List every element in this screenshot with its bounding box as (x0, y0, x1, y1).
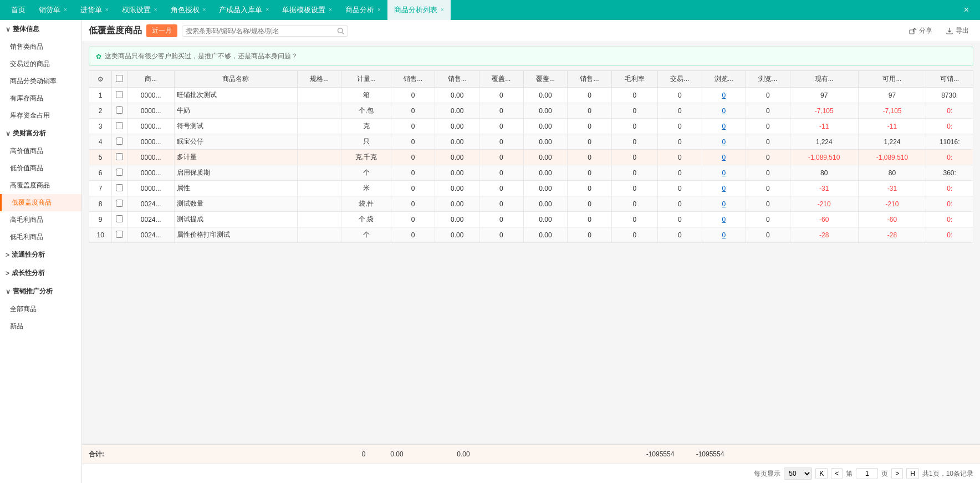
sidebar-item-high-coverage[interactable]: 高覆盖度商品 (0, 177, 81, 194)
nav-permissions[interactable]: 权限设置 × (115, 0, 164, 20)
row-checkbox[interactable] (112, 134, 127, 150)
row-browse1[interactable]: 0 (702, 88, 746, 103)
col-spec[interactable]: 规格... (297, 71, 341, 88)
col-browse2[interactable]: 浏览... (746, 71, 790, 88)
nav-purchase-order[interactable]: 进货单 × (74, 0, 115, 20)
nav-close-icon[interactable]: × (154, 0, 157, 20)
row-checkbox[interactable] (112, 181, 127, 196)
nav-template-settings[interactable]: 单据模板设置 × (275, 0, 339, 20)
sidebar-section-marketing[interactable]: ∨ 营销推广分析 (0, 282, 81, 301)
row-saleable: 0: (926, 119, 973, 134)
col-trade[interactable]: 交易... (658, 71, 702, 88)
last-page-button[interactable]: H (906, 468, 919, 479)
page-size-select[interactable]: 50 10 20 100 (784, 467, 812, 480)
col-code[interactable]: 商... (127, 71, 175, 88)
window-close-button[interactable]: × (957, 5, 976, 15)
col-sales3[interactable]: 销售... (568, 71, 612, 88)
row-browse1[interactable]: 0 (702, 119, 746, 134)
sidebar-item-high-margin[interactable]: 高毛利商品 (0, 211, 81, 228)
nav-close-icon[interactable]: × (105, 0, 109, 20)
prev-page-button[interactable]: < (831, 468, 843, 479)
next-page-button[interactable]: > (891, 468, 903, 479)
first-page-button[interactable]: K (815, 468, 828, 479)
col-browse1[interactable]: 浏览... (702, 71, 746, 88)
col-gross-margin[interactable]: 毛利率 (611, 71, 657, 88)
nav-sales-order[interactable]: 销货单 × (32, 0, 74, 20)
row-current-stock: -1,089,510 (790, 150, 858, 165)
sidebar-item-stocked-goods[interactable]: 有库存商品 (0, 90, 81, 107)
col-name[interactable]: 商品名称 (174, 71, 297, 88)
row-select-checkbox[interactable] (116, 184, 123, 191)
row-checkbox[interactable] (112, 88, 127, 103)
nav-close-icon[interactable]: × (329, 0, 332, 20)
sidebar-item-traded-goods[interactable]: 交易过的商品 (0, 55, 81, 73)
col-settings[interactable]: ⚙ (89, 71, 112, 88)
row-checkbox[interactable] (112, 150, 127, 165)
select-all-checkbox[interactable] (116, 75, 123, 82)
sidebar-item-sales-goods[interactable]: 销售类商品 (0, 38, 81, 55)
nav-role-auth[interactable]: 角色授权 × (164, 0, 213, 20)
row-spec (297, 103, 341, 119)
sidebar-section-wealth[interactable]: ∨ 类财富分析 (0, 124, 81, 143)
sidebar-item-stock-capital[interactable]: 库存资金占用 (0, 107, 81, 124)
row-browse1[interactable]: 0 (702, 150, 746, 165)
nav-product-analysis[interactable]: 商品分析 × (339, 0, 387, 20)
col-unit[interactable]: 计量... (341, 71, 391, 88)
row-select-checkbox[interactable] (116, 106, 123, 114)
search-input[interactable] (186, 27, 337, 35)
col-current-stock[interactable]: 现有... (790, 71, 858, 88)
row-browse1[interactable]: 0 (702, 212, 746, 227)
date-filter-button[interactable]: 近一月 (146, 24, 177, 37)
row-select-checkbox[interactable] (116, 91, 123, 98)
share-button[interactable]: 分享 (905, 24, 937, 37)
row-browse1[interactable]: 0 (702, 165, 746, 181)
nav-close-icon[interactable]: × (64, 0, 67, 20)
col-available-stock[interactable]: 可用... (858, 71, 926, 88)
row-select-checkbox[interactable] (116, 153, 123, 160)
col-coverage1[interactable]: 覆盖... (479, 71, 524, 88)
sidebar-item-low-margin[interactable]: 低毛利商品 (0, 228, 81, 246)
nav-close-icon[interactable]: × (441, 0, 444, 20)
row-unit: 个 (341, 165, 391, 181)
sidebar-item-low-value[interactable]: 低价值商品 (0, 160, 81, 177)
sidebar-item-all-goods[interactable]: 全部商品 (0, 301, 81, 318)
row-checkbox[interactable] (112, 227, 127, 243)
row-checkbox[interactable] (112, 165, 127, 181)
col-saleable[interactable]: 可销... (926, 71, 973, 88)
row-checkbox[interactable] (112, 212, 127, 227)
page-number-input[interactable] (856, 468, 878, 479)
row-browse1[interactable]: 0 (702, 103, 746, 119)
row-select-checkbox[interactable] (116, 169, 123, 176)
row-select-checkbox[interactable] (116, 200, 123, 207)
row-browse1[interactable]: 0 (702, 181, 746, 196)
nav-product-analysis-list[interactable]: 商品分析列表 × (387, 0, 451, 20)
nav-home[interactable]: 首页 (4, 0, 32, 20)
row-select-checkbox[interactable] (116, 122, 123, 129)
nav-close-icon[interactable]: × (203, 0, 206, 20)
col-coverage2[interactable]: 覆盖... (523, 71, 568, 88)
sidebar-section-liquidity[interactable]: > 流通性分析 (0, 246, 81, 264)
row-checkbox[interactable] (112, 103, 127, 119)
collapse-arrow-icon: ∨ (6, 288, 11, 296)
row-select-checkbox[interactable] (116, 215, 123, 222)
nav-close-icon[interactable]: × (266, 0, 269, 20)
sidebar-section-overall[interactable]: ∨ 整体信息 (0, 20, 81, 38)
row-select-checkbox[interactable] (116, 231, 123, 238)
export-button[interactable]: 导出 (941, 24, 973, 37)
row-browse1[interactable]: 0 (702, 227, 746, 243)
row-browse1[interactable]: 0 (702, 134, 746, 150)
sidebar-section-growth[interactable]: > 成长性分析 (0, 264, 81, 282)
sidebar-item-low-coverage[interactable]: 低覆盖度商品 (0, 194, 81, 211)
row-code: 0000... (127, 134, 175, 150)
sidebar-item-category-turnover[interactable]: 商品分类动销率 (0, 73, 81, 90)
row-select-checkbox[interactable] (116, 138, 123, 145)
row-checkbox[interactable] (112, 119, 127, 134)
row-browse1[interactable]: 0 (702, 196, 746, 212)
col-sales-amount[interactable]: 销售... (435, 71, 479, 88)
sidebar-item-new-goods[interactable]: 新品 (0, 318, 81, 335)
nav-close-icon[interactable]: × (377, 0, 381, 20)
nav-product-instock[interactable]: 产成品入库单 × (212, 0, 275, 20)
sidebar-item-high-value[interactable]: 高价值商品 (0, 143, 81, 160)
row-checkbox[interactable] (112, 196, 127, 212)
col-sales-qty[interactable]: 销售... (391, 71, 435, 88)
